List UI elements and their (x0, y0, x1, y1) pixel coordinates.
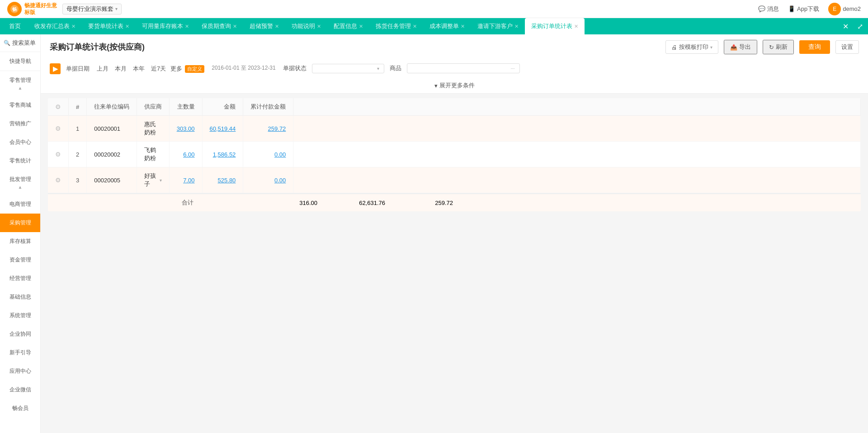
status-select[interactable]: ▾ (312, 64, 384, 73)
filter-toggle-button[interactable]: ▶ (50, 63, 61, 74)
table-row[interactable]: ⚙ 3 00020005 好孩子▾ 7.00 525.80 0.00 (48, 167, 861, 193)
sidebar-item-vip[interactable]: 畅会员 (0, 399, 40, 418)
tab-keyongliang[interactable]: 可用量库存账本 ✕ (136, 18, 195, 34)
close-window-button[interactable]: ✕ (839, 20, 852, 33)
tab-home[interactable]: 首页 (2, 18, 28, 34)
nav-right-actions: ✕ ⤢ (839, 20, 866, 33)
top-bar-left: 畅 畅捷通好生意 标版 母婴行业演示账套 ▾ (7, 2, 122, 16)
shortcut-7days[interactable]: 近7天 (149, 64, 168, 74)
tab-close-icon[interactable]: ✕ (574, 24, 578, 29)
sidebar-item-operations[interactable]: 经营管理 (0, 269, 40, 288)
tab-gongneng[interactable]: 功能说明 ✕ (285, 18, 327, 34)
column-settings-icon[interactable]: ⚙ (55, 103, 61, 110)
tab-yaoqing[interactable]: 邀请下游客户 ✕ (471, 18, 525, 34)
search-menu-button[interactable]: 🔍 搜索菜单 (0, 34, 40, 52)
table-row[interactable]: ⚙ 1 00020001 惠氏奶粉 303.00 60,519.44 259.7… (48, 116, 861, 142)
tab-close-icon[interactable]: ✕ (125, 24, 129, 29)
maximize-window-button[interactable]: ⤢ (854, 20, 866, 33)
query-button[interactable]: 查询 (799, 40, 830, 54)
sidebar-item-purchase[interactable]: 采购管理 (0, 214, 40, 232)
page-header: 采购订单统计表(按供应商) 🖨 按模板打印 ▾ 📤 导出 ↻ 刷新 (41, 34, 868, 94)
top-bar: 畅 畅捷通好生意 标版 母婴行业演示账套 ▾ 💬 消息 📱 App下载 E de… (0, 0, 868, 18)
tab-close-icon[interactable]: ✕ (275, 24, 279, 29)
shortcut-this-year[interactable]: 本年 (131, 64, 146, 74)
user-menu[interactable]: E demo2 (828, 3, 861, 15)
export-button[interactable]: 📤 导出 (724, 40, 757, 54)
sidebar-item-ecommerce[interactable]: 电商管理 (0, 195, 40, 214)
tab-caigou[interactable]: 采购订单统计表 ✕ (525, 18, 585, 34)
row-paid[interactable]: 0.00 (243, 167, 293, 193)
tab-yaohuo[interactable]: 要货单统计表 ✕ (82, 18, 136, 34)
tab-chengben[interactable]: 成本调整单 ✕ (423, 18, 471, 34)
export-icon: 📤 (730, 44, 737, 51)
shortcut-last-month[interactable]: 上月 (95, 64, 110, 74)
sidebar-item-retail-shop[interactable]: 零售商城 (0, 96, 40, 114)
message-button[interactable]: 💬 消息 (758, 5, 779, 13)
avatar: E (828, 3, 841, 15)
row-amount[interactable]: 60,519.44 (202, 116, 243, 142)
table-row[interactable]: ⚙ 2 00020002 飞鹤奶粉 6.00 1,586.52 0.00 (48, 142, 861, 167)
search-icon: 🔍 (4, 40, 10, 46)
sidebar-item-new-guide[interactable]: 新手引导 (0, 343, 40, 362)
row-qty[interactable]: 6.00 (170, 142, 202, 167)
date-filter-label: 单据日期 (66, 65, 90, 73)
row-qty[interactable]: 7.00 (170, 167, 202, 193)
username-label: demo2 (843, 5, 861, 12)
sidebar-item-marketing[interactable]: 营销推广 (0, 114, 40, 133)
sidebar-item-wholesale[interactable]: 批发管理 ▲ (0, 170, 40, 195)
row-amount[interactable]: 1,586.52 (202, 142, 243, 167)
tab-close-icon[interactable]: ✕ (514, 24, 519, 29)
row-paid[interactable]: 0.00 (243, 142, 293, 167)
expand-more-button[interactable]: ▾ 展开更多条件 (50, 80, 859, 93)
table-header-row: ⚙ # 往来单位编码 供应商 主数量 金额 累计付款金额 (48, 98, 861, 116)
sidebar-item-basic[interactable]: 基础信息 (0, 288, 40, 306)
tab-close-icon[interactable]: ✕ (359, 24, 363, 29)
sidebar-item-app-center[interactable]: 应用中心 (0, 362, 40, 381)
tab-close-icon[interactable]: ✕ (461, 24, 465, 29)
tab-baoshanqi[interactable]: 保质期查询 ✕ (195, 18, 243, 34)
sidebar-item-finance[interactable]: 资金管理 (0, 251, 40, 269)
sidebar-item-retail[interactable]: 零售管理 ▲ (0, 71, 40, 96)
goods-input[interactable]: ··· (407, 63, 520, 73)
tab-peizhi[interactable]: 配置信息 ✕ (327, 18, 369, 34)
goods-more-icon: ··· (511, 66, 515, 71)
row-num: 3 (69, 167, 87, 193)
sidebar-item-enterprise[interactable]: 企业协同 (0, 325, 40, 343)
row-supplier: 惠氏奶粉 (137, 116, 170, 141)
workspace-selector[interactable]: 母婴行业演示账套 ▾ (62, 4, 122, 14)
date-range-display: 2016-01-01 至 2023-12-31 (212, 63, 275, 72)
settings-button[interactable]: 设置 (835, 40, 859, 54)
tab-chaochuyu[interactable]: 超储预警 ✕ (243, 18, 285, 34)
row-qty[interactable]: 303.00 (170, 116, 202, 142)
workspace-chevron-icon: ▾ (115, 6, 118, 11)
sidebar-item-wechat[interactable]: 企业微信 (0, 381, 40, 399)
sidebar-item-system[interactable]: 系统管理 (0, 306, 40, 325)
tab-close-icon[interactable]: ✕ (233, 24, 237, 29)
sidebar-item-member[interactable]: 会员中心 (0, 133, 40, 152)
tab-close-icon[interactable]: ✕ (71, 24, 75, 29)
tab-close-icon[interactable]: ✕ (317, 24, 321, 29)
app-download-button[interactable]: 📱 App下载 (788, 5, 819, 13)
tab-close-icon[interactable]: ✕ (413, 24, 417, 29)
refresh-icon: ↻ (769, 44, 774, 51)
col-paid: 累计付款金额 (243, 98, 293, 116)
shortcut-more[interactable]: 更多 (170, 65, 182, 73)
tab-zhenyuan[interactable]: 拣货任务管理 ✕ (369, 18, 423, 34)
custom-date-badge[interactable]: 自定义 (185, 65, 204, 73)
col-num: # (69, 98, 87, 116)
shortcut-this-month[interactable]: 本月 (113, 64, 128, 74)
row-paid[interactable]: 259.72 (243, 116, 293, 142)
sidebar-item-inventory[interactable]: 库存核算 (0, 232, 40, 251)
row-amount[interactable]: 525.80 (202, 167, 243, 193)
footer-paid: 259.72 (385, 200, 453, 206)
col-supplier: 供应商 (137, 98, 170, 116)
tab-shoufaqihui[interactable]: 收发存汇总表 ✕ (28, 18, 82, 34)
sidebar-item-quick-nav[interactable]: 快捷导航 (0, 52, 40, 71)
row-settings: ⚙ (48, 142, 69, 167)
tab-close-icon[interactable]: ✕ (185, 24, 189, 29)
goods-filter-label: 商品 (390, 64, 401, 72)
expand-down-icon: ▾ (434, 82, 438, 89)
print-button[interactable]: 🖨 按模板打印 ▾ (665, 40, 718, 54)
refresh-button[interactable]: ↻ 刷新 (763, 40, 794, 54)
sidebar-item-retail-stat[interactable]: 零售统计 (0, 152, 40, 170)
